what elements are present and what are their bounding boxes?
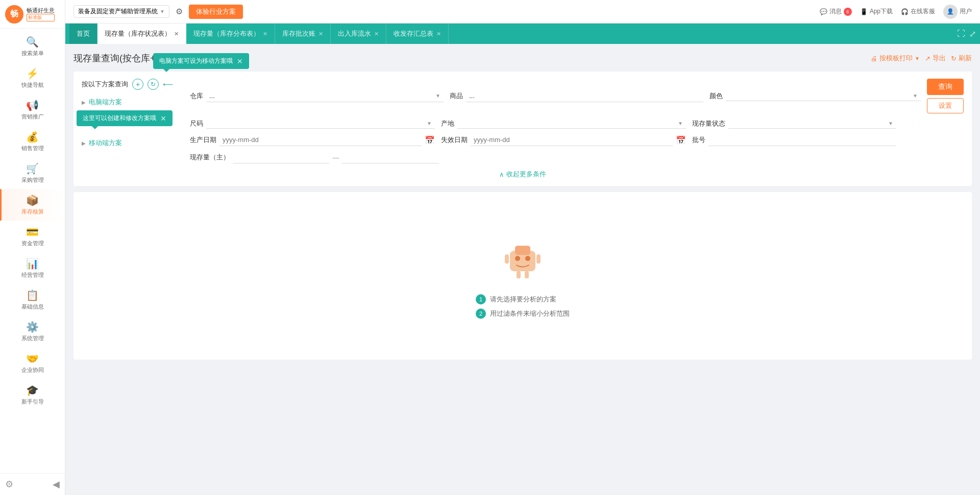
color-select[interactable]: ▼ (726, 91, 921, 101)
warehouse-label: 仓库 (190, 91, 203, 101)
system-selector[interactable]: 装备及固定资产辅助管理系统 ▼ (74, 5, 169, 18)
color-label: 颜色 (709, 91, 723, 101)
filter-refresh-btn[interactable]: ↻ (148, 79, 159, 90)
sidebar-item-quicknav[interactable]: ⚡ 快捷导航 (0, 62, 65, 94)
produce-date-input[interactable] (219, 134, 422, 146)
filter-row-4: 现存量（主） — (190, 151, 964, 163)
color-field: 颜色 ▼ (709, 91, 921, 101)
user-avatar: 👤 (943, 5, 958, 19)
produce-date-calendar-icon[interactable]: 📅 (425, 135, 435, 145)
plan-mobile-item[interactable]: ▶ 移动端方案 (82, 137, 184, 149)
batch-input[interactable] (708, 134, 896, 146)
tooltip2-text: 这里可以创建和修改方案哦 (83, 114, 156, 123)
svg-point-2 (515, 256, 520, 261)
plan-desktop-label: 电脑端方案 (89, 98, 122, 107)
guide-icon: 🎓 (26, 384, 39, 396)
sidebar-item-guide[interactable]: 🎓 新手引导 (0, 379, 65, 411)
produce-date-field: 生产日期 📅 (190, 134, 435, 146)
system-icon: ⚙️ (26, 321, 39, 333)
basic-icon: 📋 (26, 289, 39, 301)
svg-point-3 (525, 256, 530, 261)
tab-close-1[interactable]: ✕ (174, 31, 179, 37)
tab-summary[interactable]: 收发存汇总表 ✕ (386, 23, 449, 44)
size-select[interactable]: ▼ (206, 119, 435, 129)
tab-flow-label: 出入库流水 (338, 29, 371, 38)
tab-close-2[interactable]: ✕ (263, 31, 267, 37)
tab-fullscreen-btn[interactable]: ⛶ (957, 29, 965, 39)
sidebar-item-inventory[interactable]: 📦 库存核算 (0, 189, 65, 221)
settings-footer-icon[interactable]: ⚙ (5, 479, 13, 490)
message-action[interactable]: 💬 消息 6 (820, 7, 852, 16)
tab-summary-label: 收发存汇总表 (394, 29, 433, 38)
tooltip-plan-create: 这里可以创建和修改方案哦 ✕ (77, 110, 173, 126)
empty-step-1: 1 请先选择要分析的方案 (476, 294, 570, 304)
origin-label: 产地 (441, 119, 454, 128)
content-area: 现存量查询(按仓库+商品) 🖨 按模板打印 ▼ ↗ 导出 ↻ 刷新 (65, 44, 980, 495)
export-btn[interactable]: ↗ 导出 (925, 54, 946, 63)
sidebar-item-basic[interactable]: 📋 基础信息 (0, 284, 65, 316)
tooltip2-close[interactable]: ✕ (160, 114, 166, 123)
export-label: 导出 (933, 54, 946, 63)
tab-home[interactable]: 首页 (69, 23, 97, 44)
message-icon: 💬 (820, 8, 827, 15)
empty-step-1-text: 请先选择要分析的方案 (490, 295, 556, 304)
message-badge: 6 (844, 8, 852, 16)
filter-add-btn[interactable]: + (132, 79, 143, 90)
tab-inventory-status[interactable]: 现存量（库存状况表） ✕ (97, 23, 186, 44)
print-btn[interactable]: 🖨 按模板打印 ▼ (871, 54, 920, 63)
sidebar-item-finance[interactable]: 💳 资金管理 (0, 221, 65, 252)
tab-expand-btn[interactable]: ⤢ (969, 29, 976, 39)
tabs-controls: ⛶ ⤢ (957, 29, 976, 39)
headset-icon: 🎧 (901, 8, 909, 15)
marketing-icon: 📢 (26, 99, 39, 111)
sidebar-label-collab: 企业协同 (21, 366, 44, 374)
svg-rect-4 (505, 254, 509, 264)
goods-select[interactable]: ... (466, 90, 703, 102)
stock-main-input-to[interactable] (342, 151, 438, 163)
filter-back-btn[interactable]: ⟵ (163, 80, 173, 88)
tooltip1-close[interactable]: ✕ (237, 57, 243, 65)
expire-date-input[interactable] (471, 134, 673, 146)
warehouse-field: 仓库 ... ▼ (190, 90, 444, 102)
origin-select[interactable]: ▼ (457, 119, 686, 129)
goods-field: 商品 ... (450, 90, 703, 102)
stock-status-select[interactable]: ▼ (728, 119, 896, 129)
collapse-footer-icon[interactable]: ◀ (53, 479, 60, 490)
stock-main-input-from[interactable] (233, 151, 329, 163)
sidebar-item-system[interactable]: ⚙️ 系统管理 (0, 316, 65, 347)
topbar-right: 💬 消息 6 📱 App下载 🎧 在线客服 👤 用户 (820, 5, 972, 19)
filter-more-btn[interactable]: ∧ 收起更多条件 (82, 170, 964, 179)
user-action[interactable]: 👤 用户 (943, 5, 972, 19)
stock-main-field: 现存量（主） — (190, 151, 439, 163)
app-download-action[interactable]: 📱 App下载 (860, 7, 893, 16)
tab-close-4[interactable]: ✕ (374, 31, 379, 37)
plan-desktop-item[interactable]: ▶ 电脑端方案 (82, 96, 184, 108)
plan-panel: 按以下方案查询 + ↻ ⟵ 电脑方案可设为移动方案哦 ✕ (82, 79, 184, 153)
set-btn[interactable]: 设置 (927, 98, 964, 113)
sidebar-item-marketing[interactable]: 📢 营销推广 (0, 94, 65, 126)
warehouse-select[interactable]: ... ▼ (206, 90, 444, 102)
expire-date-calendar-icon[interactable]: 📅 (676, 135, 686, 145)
sidebar-item-collab[interactable]: 🤝 企业协同 (0, 347, 65, 379)
svg-rect-1 (515, 246, 530, 255)
query-btn[interactable]: 查询 (927, 79, 964, 95)
sidebar-item-purchase[interactable]: 🛒 采购管理 (0, 157, 65, 189)
sidebar-label-purchase: 采购管理 (21, 176, 44, 184)
tab-close-5[interactable]: ✕ (436, 31, 441, 37)
dropdown-icon: ▼ (160, 9, 165, 14)
tab-inventory-dist[interactable]: 现存量（库存分布表） ✕ (186, 23, 275, 44)
tab-close-3[interactable]: ✕ (318, 31, 323, 37)
refresh-btn[interactable]: ↻ 刷新 (951, 54, 972, 63)
sidebar-item-search[interactable]: 🔍 搜索菜单 (0, 31, 65, 62)
settings-topbar-icon[interactable]: ⚙ (176, 7, 183, 16)
industry-btn[interactable]: 体验行业方案 (189, 5, 243, 19)
sidebar-item-sales[interactable]: 💰 销售管理 (0, 126, 65, 157)
sidebar-label-finance: 资金管理 (21, 240, 44, 247)
export-icon: ↗ (925, 55, 930, 62)
online-support-action[interactable]: 🎧 在线客服 (901, 7, 935, 16)
sidebar-label-system: 系统管理 (21, 335, 44, 342)
plan-list-2: ▶ 移动端方案 (82, 137, 184, 149)
tab-flow[interactable]: 出入库流水 ✕ (331, 23, 386, 44)
tab-batch-account[interactable]: 库存批次账 ✕ (275, 23, 331, 44)
sidebar-item-operation[interactable]: 📊 经营管理 (0, 252, 65, 284)
